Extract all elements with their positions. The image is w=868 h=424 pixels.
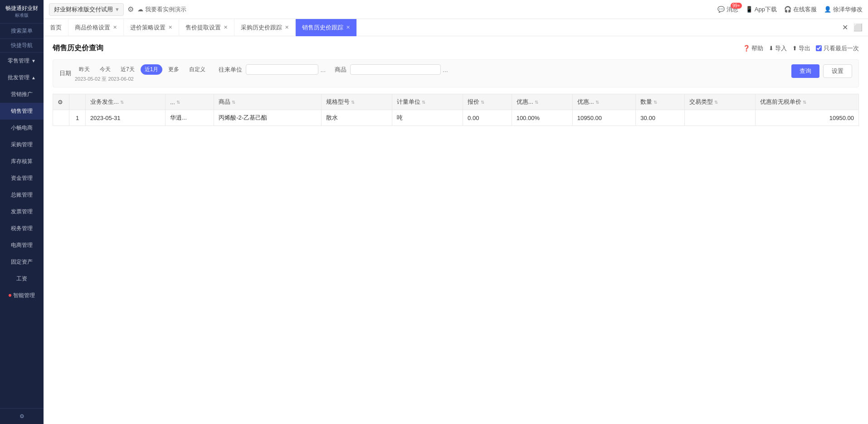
col-tx-type[interactable]: 交易类型 ⇅ [684,94,755,110]
sidebar-item-inventory[interactable]: 库存核算 [0,153,44,170]
filter-unit-input-wrap: ... [246,64,326,75]
only-last-checkbox-label[interactable]: 只看最后一次 [816,44,859,53]
col-biz-date-label: 业务发生... [90,98,119,106]
filter-unit-group: 往来单位 ... [219,64,326,75]
row-discount1-cell: 100.00% [512,110,572,126]
tab-maximize-icon[interactable]: ⬜ [852,21,864,34]
topbar-left: 好业财标准版交付试用 ▾ ⚙ ☁ 我要看实例演示 [49,3,717,16]
filter-unit-input[interactable] [246,64,318,75]
col-gear[interactable]: ⚙ [53,94,69,110]
gear-icon: ⚙ [58,99,63,106]
sidebar-item-marketing[interactable]: 营销推广 [0,86,44,103]
sidebar-item-finance[interactable]: 资金管理 [0,170,44,187]
row-gear-cell [53,110,69,126]
col-qty-label: 数量 [640,98,652,106]
col-biz-date[interactable]: 业务发生... ⇅ [86,94,166,110]
col-idx [69,94,86,110]
sidebar-search[interactable]: 搜索菜单 [0,24,44,39]
topbar-version-selector[interactable]: 好业财标准版交付试用 ▾ [49,3,124,16]
col-qty[interactable]: 数量 ⇅ [636,94,685,110]
topbar-app-icon: 📱 [746,6,753,13]
row-unit-cell: 吨 [392,110,463,126]
topbar-user-btn[interactable]: 👤 徐泽华修改 [824,5,863,14]
sidebar-item-wholesale[interactable]: 批发管理 ▲ [0,69,44,86]
tab-purchase-strategy[interactable]: 进价策略设置 ✕ [124,19,179,36]
date-btn-yesterday[interactable]: 昨天 [75,64,94,75]
tab-sale-price-extract-label: 售价提取设置 [185,24,221,32]
col-discount2[interactable]: 优惠... ⇅ [572,94,636,110]
date-btn-7days[interactable]: 近7天 [117,64,139,75]
sidebar-item-salary[interactable]: 工资 [0,270,44,287]
tab-purchase-strategy-close[interactable]: ✕ [168,24,172,30]
filter-goods-group: 商品 ... [335,64,448,75]
filter-date-label: 日期 [59,69,71,77]
topbar-settings-icon[interactable]: ⚙ [127,5,134,14]
col-spec-label: 规格型号 [326,98,350,106]
topbar-demo-btn[interactable]: ☁ 我要看实例演示 [137,5,186,14]
sidebar-item-purchase[interactable]: 采购管理 [0,136,44,153]
topbar-service-btn[interactable]: 🎧 在线客服 [784,5,817,14]
import-label: 导入 [775,44,787,53]
date-btn-1month[interactable]: 近1月 [141,64,163,75]
tab-home[interactable]: 首页 [44,19,68,36]
date-btn-more[interactable]: 更多 [164,64,183,75]
col-pretax-price[interactable]: 优惠前无税单价 ⇅ [755,94,858,110]
tab-sales-history-close[interactable]: ✕ [346,24,350,30]
filter-unit-dots[interactable]: ... [320,66,326,73]
tab-purchase-history-close[interactable]: ✕ [285,24,289,30]
import-link[interactable]: ⬇ 导入 [769,44,787,53]
help-link[interactable]: ❓ 帮助 [743,44,763,53]
col-tx-type-sort-icon: ⇅ [714,100,718,105]
export-link[interactable]: ⬆ 导出 [792,44,810,53]
topbar-user-name: 徐泽华修改 [833,5,863,14]
col-price-sort-icon: ⇅ [481,100,484,105]
tab-close-icon[interactable]: ✕ [840,21,850,34]
sidebar-item-fixed-assets[interactable]: 固定资产 [0,254,44,270]
filter-row: 日期 昨天 今天 近7天 近1月 更多 自定义 2023-05-02 至 202… [53,59,859,87]
sidebar-gear-icon: ⚙ [20,413,24,419]
sidebar-item-invoice[interactable]: 发票管理 [0,203,44,220]
page-content: 销售历史价查询 ❓ 帮助 ⬇ 导入 ⬆ 导出 [44,36,868,424]
sidebar-item-ecom-manage[interactable]: 电商管理 [0,237,44,254]
topbar-msg-badge: 99+ [731,3,742,9]
tab-sale-price-extract-close[interactable]: ✕ [224,24,228,30]
topbar-app-btn[interactable]: 📱 App下载 [746,5,777,14]
sidebar-item-sales[interactable]: 销售管理 [0,103,44,120]
page-actions: ❓ 帮助 ⬇ 导入 ⬆ 导出 只看最后一次 [743,44,859,53]
tab-goods-price-close[interactable]: ✕ [113,24,117,30]
tab-purchase-history[interactable]: 采购历史价跟踪 ✕ [234,19,296,36]
tab-purchase-history-label: 采购历史价跟踪 [241,24,282,32]
settings-button[interactable]: 设置 [823,64,852,78]
date-btn-today[interactable]: 今天 [96,64,115,75]
col-extra[interactable]: ... ⇅ [165,94,214,110]
sidebar-item-ecommerce[interactable]: 小畅电商 [0,120,44,136]
only-last-checkbox[interactable] [816,45,822,51]
sidebar-item-retail-label: 零售管理 [8,57,29,65]
filter-goods-input[interactable] [350,64,441,75]
filter-goods-dots[interactable]: ... [443,66,448,73]
sidebar-item-sales-label: 销售管理 [11,107,33,115]
sidebar-logo: 畅捷通好业财 标准版 [0,0,44,24]
col-spec[interactable]: 规格型号 ⇅ [322,94,392,110]
filter-date-buttons: 昨天 今天 近7天 近1月 更多 自定义 [75,64,210,75]
col-discount1[interactable]: 优惠... ⇅ [512,94,572,110]
help-icon: ❓ [743,45,750,52]
sidebar-item-ai[interactable]: 智能管理 [0,287,44,304]
tab-goods-price[interactable]: 商品价格设置 ✕ [68,19,124,36]
sidebar-item-finance-label: 资金管理 [11,174,33,182]
tab-sales-history[interactable]: 销售历史价跟踪 ✕ [296,19,357,36]
sidebar-item-retail[interactable]: 零售管理 ▼ [0,53,44,69]
col-unit-sort-icon: ⇅ [422,100,425,105]
only-last-label: 只看最后一次 [824,44,859,53]
col-unit[interactable]: 计量单位 ⇅ [392,94,463,110]
topbar-message-btn[interactable]: 💬 消息 99+ [717,5,738,14]
sidebar-item-tax[interactable]: 税务管理 [0,220,44,237]
sidebar-item-ledger[interactable]: 总账管理 [0,187,44,203]
query-button[interactable]: 查询 [791,64,819,78]
date-btn-custom[interactable]: 自定义 [185,64,210,75]
tab-sale-price-extract[interactable]: 售价提取设置 ✕ [179,19,234,36]
sidebar-settings-btn[interactable]: ⚙ [0,408,44,424]
col-price[interactable]: 报价 ⇅ [463,94,512,110]
sidebar-quicknav[interactable]: 快捷导航 [0,39,44,53]
col-goods[interactable]: 商品 ⇅ [214,94,322,110]
